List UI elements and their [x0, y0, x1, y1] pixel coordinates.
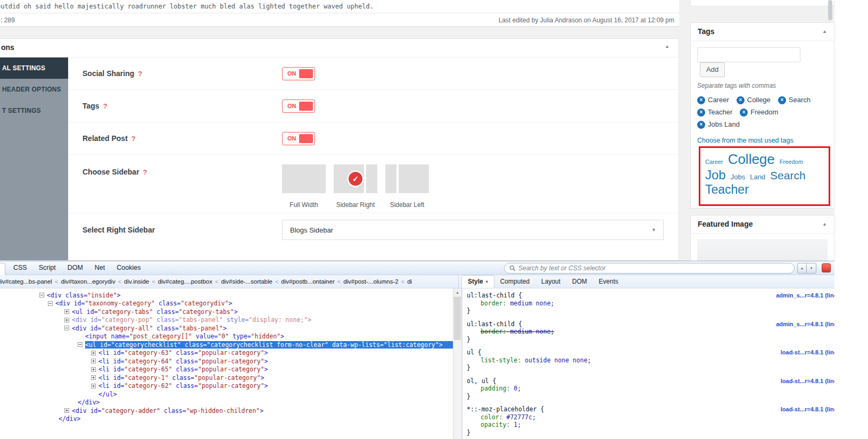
settings-tab-t-settings[interactable]: T SETTINGS	[0, 100, 68, 121]
tag-cloud-item[interactable]: College	[728, 151, 775, 167]
css-declaration[interactable]: padding: 0;	[467, 385, 834, 393]
add-tag-button[interactable]: Add	[700, 62, 725, 77]
search-next-button[interactable]: ▾	[807, 263, 816, 274]
css-selector[interactable]: ul:last-child	[467, 320, 515, 328]
breadcrumb-item[interactable]: div#side-...sortable	[220, 278, 273, 285]
breadcrumb-item[interactable]: di	[407, 278, 412, 285]
collapse-icon[interactable]	[64, 326, 69, 330]
firebug-tab-cookies[interactable]: Cookies	[111, 261, 146, 275]
dom-tree-row[interactable]: <ul id="category-tabs" class="category-t…	[0, 308, 453, 316]
css-source-link[interactable]: load-st...r=4.8.1 (line 1	[781, 377, 834, 385]
sidebar-thumbnail-full[interactable]	[282, 164, 326, 193]
dom-tree-row[interactable]: <div class="inside">	[0, 291, 453, 300]
css-selector[interactable]: *::-moz-placeholder	[467, 405, 537, 413]
expand-icon[interactable]	[91, 351, 96, 355]
dom-tree-row[interactable]: <ul id="categorychecklist" class="catego…	[0, 341, 453, 349]
sidebar-option-left[interactable]: Sidebar Left	[385, 164, 429, 209]
expand-icon[interactable]	[91, 367, 96, 372]
dom-tree-row[interactable]: <li id="category-62" class="popular-cate…	[0, 382, 453, 391]
dom-tree-row[interactable]: <li id="category-1" class="popular-categ…	[0, 374, 453, 382]
search-previous-button[interactable]: ▴	[797, 263, 807, 274]
dom-tree-row[interactable]: <li id="category-65" class="popular-cate…	[0, 366, 453, 374]
css-declaration[interactable]: color: #72777c;	[467, 413, 834, 421]
settings-tab-header-options[interactable]: HEADER OPTIONS	[0, 79, 68, 100]
new-tag-input[interactable]	[697, 47, 800, 62]
tag-cloud-item[interactable]: Teacher	[705, 183, 749, 196]
css-source-link[interactable]: load-st...r=4.8.1 (line 1	[781, 349, 834, 357]
dom-tree-row[interactable]: <div id="category-all" class="tabs-panel…	[0, 324, 453, 333]
css-declaration[interactable]: border: medium none;	[467, 300, 834, 308]
settings-tab-al-settings[interactable]: AL SETTINGS	[0, 57, 68, 79]
remove-tag-icon[interactable]: ×	[697, 109, 705, 117]
tag-cloud-item[interactable]: Freedom	[780, 159, 803, 165]
tab-events[interactable]: Events	[593, 276, 624, 288]
help-icon[interactable]: ?	[138, 70, 142, 78]
css-source-link[interactable]: admin_s...r=4.8.1 (line 1	[776, 292, 834, 300]
dom-tree-row[interactable]: <li id="category-63" class="popular-cate…	[0, 349, 453, 358]
tree-scrollbar[interactable]: ▲	[453, 288, 462, 439]
dom-node-markup[interactable]: <ul id="category-tabs" class="category-t…	[72, 308, 238, 316]
expand-icon[interactable]	[91, 384, 96, 388]
firebug-close-button[interactable]	[822, 263, 831, 272]
help-icon[interactable]: ?	[143, 168, 147, 176]
sidebar-thumbnail-left[interactable]	[385, 164, 429, 193]
dom-node-markup[interactable]: </ul>	[98, 391, 117, 398]
collapse-icon[interactable]: ▲	[822, 216, 827, 233]
scrollbar-thumb[interactable]	[454, 297, 461, 340]
dom-node-markup[interactable]: <ul id="categorychecklist" class="catego…	[85, 341, 453, 349]
dom-node-markup[interactable]: <div class="inside">	[47, 292, 121, 299]
tag-cloud-item[interactable]: Jobs	[731, 173, 745, 181]
tags-toggle[interactable]: ON	[282, 100, 315, 113]
collapse-icon[interactable]: ▲	[822, 23, 827, 40]
dom-tree-row[interactable]: </ul>	[0, 390, 453, 399]
dom-node-markup[interactable]: <input name="post_category[]" value="0" …	[85, 333, 284, 340]
tab-layout[interactable]: Layout	[535, 276, 566, 288]
sidebar-option-right[interactable]: ✓Sidebar Right	[334, 164, 377, 209]
right-sidebar-select[interactable]: Blogs Sidebar ▼	[282, 220, 664, 240]
expand-icon[interactable]	[91, 375, 96, 380]
dom-tree-row[interactable]: <div id="category-pop" class="tabs-panel…	[0, 316, 453, 325]
tags-metabox-header[interactable]: Tags ▲	[691, 23, 834, 41]
collapse-icon[interactable]	[78, 342, 82, 347]
dom-node-markup[interactable]: <div id="taxonomy-category" class="categ…	[55, 300, 232, 307]
tag-cloud-item[interactable]: Search	[770, 169, 806, 181]
tab-dom[interactable]: DOM	[566, 276, 593, 288]
dom-node-markup[interactable]: <div id="category-pop" class="tabs-panel…	[72, 316, 311, 324]
css-source-link[interactable]: load-st...r=4.8.1 (line 2	[781, 405, 834, 413]
firebug-active-tab-fragment[interactable]	[0, 263, 5, 275]
help-icon[interactable]: ?	[103, 102, 108, 110]
dom-node-markup[interactable]: <li id="category-65" class="popular-cate…	[98, 366, 268, 373]
options-metabox-header[interactable]: ons ▲	[0, 39, 679, 57]
featured-image-thumbnail[interactable]	[697, 239, 828, 261]
scrollbar-thumb[interactable]	[828, 0, 832, 20]
sidebar-option-full[interactable]: Full Width	[282, 164, 326, 209]
dom-tree-row[interactable]: <div id="taxonomy-category" class="categ…	[0, 300, 453, 308]
dom-node-markup[interactable]: <li id="category-64" class="popular-cate…	[98, 358, 268, 365]
search-input[interactable]	[518, 264, 789, 272]
expand-icon[interactable]	[64, 309, 69, 314]
dom-tree-row[interactable]: <input name="post_category[]" value="0" …	[0, 333, 453, 341]
remove-tag-icon[interactable]: ×	[697, 121, 705, 129]
firebug-tab-dom[interactable]: DOM	[62, 261, 89, 275]
dom-node-markup[interactable]: <div id="category-adder" class="wp-hidde…	[72, 407, 263, 415]
tab-style[interactable]: Style▾	[461, 275, 494, 288]
dom-tree-row[interactable]: </div>	[0, 415, 453, 424]
css-selector[interactable]: ul:last-child	[467, 292, 515, 299]
expand-icon[interactable]	[64, 318, 69, 322]
dom-node-markup[interactable]: <li id="category-62" class="popular-cate…	[98, 382, 268, 390]
help-icon[interactable]: ?	[131, 135, 136, 143]
dom-tree-row[interactable]: </div>	[0, 399, 453, 407]
related-post-toggle[interactable]: ON	[282, 132, 315, 145]
collapse-icon[interactable]: ▲	[665, 44, 669, 49]
dom-node-markup[interactable]: <li id="category-1" class="popular-categ…	[98, 374, 264, 382]
css-source-link[interactable]: admin_s...r=4.8.1 (line 1	[776, 320, 834, 328]
dom-node-markup[interactable]: </div>	[59, 415, 81, 423]
tag-cloud-item[interactable]: Career	[705, 159, 723, 165]
css-declaration[interactable]: list-style: outside none none;	[467, 357, 834, 365]
firebug-tab-net[interactable]: Net	[89, 261, 111, 275]
sidebar-thumbnail-right[interactable]: ✓	[334, 164, 377, 193]
dom-tree-row[interactable]: <div id="category-adder" class="wp-hidde…	[0, 407, 453, 415]
remove-tag-icon[interactable]: ×	[740, 109, 748, 117]
breadcrumb-item[interactable]: div#postb...ontainer	[280, 278, 335, 285]
css-selector[interactable]: ol, ul	[467, 377, 489, 385]
